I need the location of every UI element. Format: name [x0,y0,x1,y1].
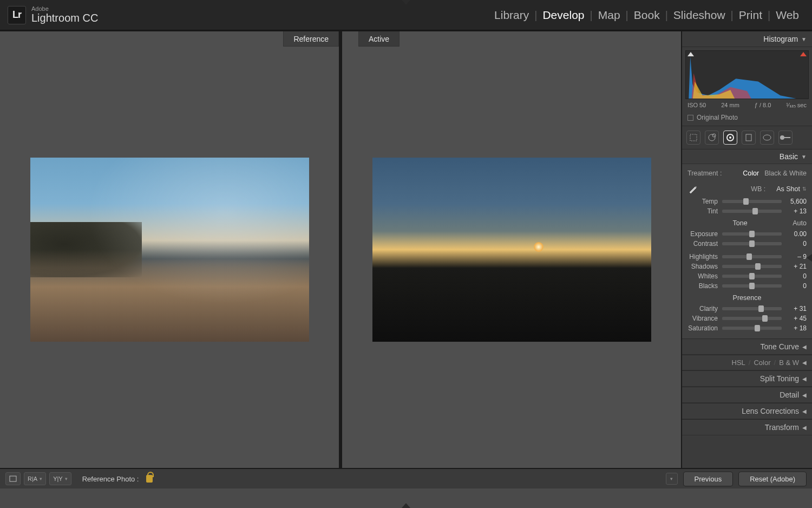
hsl-color-tab[interactable]: Color [754,359,770,367]
detail-panel-header[interactable]: Detail◀ [682,387,812,403]
chevron-left-icon: ◀ [802,392,807,398]
wb-dropdown[interactable]: As Shot ⇅ [776,185,807,193]
module-library[interactable]: Library [489,9,534,22]
gradient-tool[interactable] [742,131,756,145]
svg-rect-8 [784,137,790,138]
svg-rect-0 [690,134,697,141]
highlights-value[interactable]: – 9 [786,253,807,260]
shadows-slider[interactable] [722,265,782,268]
tint-slider[interactable] [722,210,782,213]
blacks-slider[interactable] [722,284,782,288]
exif-shutter: ¹⁄₁₂₅ sec [786,102,807,109]
brush-tool[interactable] [778,131,793,145]
exif-aperture: ƒ / 8.0 [755,102,771,109]
hsl-tab[interactable]: HSL [732,359,745,367]
white-balance-picker-icon[interactable] [687,184,698,194]
contrast-value[interactable]: 0 [786,240,807,248]
before-after-view-button[interactable]: Y|Y [49,472,71,485]
module-develop[interactable]: Develop [537,9,590,22]
local-tools-row [682,126,812,149]
auto-tone-button[interactable]: Auto [793,219,807,227]
vibrance-value[interactable]: + 45 [786,315,807,322]
saturation-slider[interactable] [722,327,782,330]
chevron-left-icon: ◀ [802,360,807,366]
treatment-bw[interactable]: Black & White [764,170,807,177]
chevron-left-icon: ◀ [802,344,807,350]
bottom-panel-toggle[interactable] [402,503,410,508]
saturation-value[interactable]: + 18 [786,324,807,332]
module-print[interactable]: Print [734,9,768,22]
highlights-label: Highlights [687,253,718,260]
temp-label: Temp [687,198,718,205]
temp-value[interactable]: 5,600 [786,198,807,205]
previous-button[interactable]: Previous [683,472,734,486]
reference-photo-label: Reference Photo : [82,475,139,483]
svg-point-4 [729,136,731,139]
lens-panel-header[interactable]: Lens Corrections◀ [682,403,812,419]
active-label: Active [358,31,400,47]
reset-button[interactable]: Reset (Adobe) [738,472,807,486]
basic-panel-body: Treatment : Color Black & White WB : As … [682,164,812,338]
shadows-value[interactable]: + 21 [786,263,807,270]
radial-tool[interactable] [760,131,774,145]
histogram-display[interactable] [685,50,809,99]
chevron-left-icon: ◀ [802,376,807,382]
right-panel: Histogram ▼ ISO 50 24 mm ƒ / 8.0 ¹⁄₁₂₅ s… [682,31,812,468]
vibrance-slider[interactable] [722,317,782,320]
tone-group-title: Tone [687,219,793,227]
transform-panel-header[interactable]: Transform◀ [682,419,812,435]
reference-pane[interactable]: Reference [0,31,339,468]
histogram-header[interactable]: Histogram ▼ [682,31,812,47]
treatment-color[interactable]: Color [743,170,759,177]
contrast-slider[interactable] [722,242,782,245]
wb-value: As Shot [776,185,800,193]
exposure-slider[interactable] [722,232,782,236]
crop-tool[interactable] [686,131,700,145]
module-map[interactable]: Map [593,9,626,22]
loupe-view-button[interactable] [5,472,21,485]
temp-slider[interactable] [722,200,782,203]
tint-value[interactable]: + 13 [786,207,807,215]
exif-focal: 24 mm [721,102,739,109]
clarity-slider[interactable] [722,307,782,310]
spot-tool[interactable] [705,131,719,145]
clarity-value[interactable]: + 31 [786,305,807,312]
soft-proof-dropdown[interactable]: ▾ [666,473,678,485]
module-book[interactable]: Book [628,9,665,22]
hsl-bw-tab[interactable]: B & W [779,359,799,367]
presence-group-title: Presence [687,294,807,302]
module-slideshow[interactable]: Slideshow [668,9,731,22]
right-panel-toggle[interactable] [807,254,812,262]
original-photo-checkbox[interactable] [687,115,693,121]
whites-value[interactable]: 0 [786,272,807,280]
tone-curve-panel-header[interactable]: Tone Curve◀ [682,338,812,355]
svg-rect-5 [746,134,751,141]
hsl-panel-header[interactable]: HSL/ Color/ B & W ◀ [682,355,812,370]
treatment-label: Treatment : [687,170,737,177]
svg-point-7 [780,135,784,140]
shadows-label: Shadows [687,263,718,270]
reference-label: Reference [283,31,339,47]
exif-iso: ISO 50 [687,102,706,109]
module-picker: Library| Develop| Map| Book| Slideshow| … [489,9,804,22]
reference-view-button[interactable]: R|A [24,472,46,485]
split-toning-panel-header[interactable]: Split Toning◀ [682,370,812,387]
svg-point-1 [709,134,715,141]
active-pane[interactable]: Active [339,31,681,468]
top-panel-toggle[interactable] [402,0,410,5]
reference-photo [30,158,309,342]
exposure-value[interactable]: 0.00 [786,230,807,238]
lock-icon[interactable] [146,475,153,483]
logo-mark: Lr [8,6,26,24]
active-photo [372,158,651,342]
clarity-label: Clarity [687,305,718,312]
module-web[interactable]: Web [770,9,804,22]
saturation-label: Saturation [687,324,718,332]
blacks-value[interactable]: 0 [786,282,807,290]
highlights-slider[interactable] [722,255,782,258]
whites-slider[interactable] [722,275,782,278]
redeye-tool[interactable] [723,131,737,145]
app-logo: Lr Adobe Lightroom CC [8,6,98,24]
basic-panel-header[interactable]: Basic ▼ [682,149,812,164]
chevron-updown-icon: ⇅ [802,186,807,192]
